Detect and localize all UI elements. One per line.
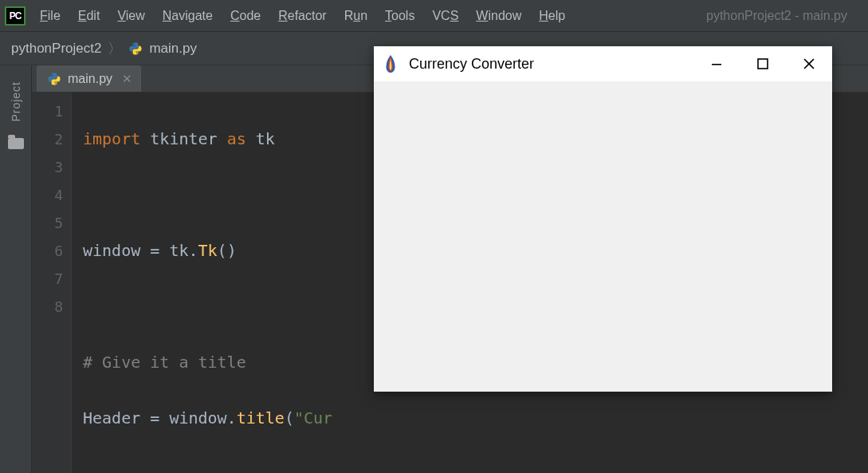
svg-rect-1 <box>758 59 768 69</box>
breadcrumb-project[interactable]: pythonProject2 <box>11 41 101 57</box>
folder-icon[interactable] <box>8 138 24 149</box>
code-line: Header = window.title("Cur <box>83 404 332 432</box>
code-line: window = tk.Tk() <box>83 237 332 265</box>
menu-tools[interactable]: Tools <box>385 9 414 23</box>
breadcrumb-project-label: pythonProject2 <box>11 41 101 57</box>
menu-vcs[interactable]: VCS <box>432 9 458 23</box>
minimize-button[interactable] <box>693 46 740 81</box>
project-tool-tab[interactable]: Project <box>10 81 22 122</box>
line-number: 5 <box>32 209 63 237</box>
menu-help[interactable]: Help <box>539 9 565 23</box>
tkinter-window[interactable]: Currency Converter <box>374 46 832 392</box>
code-line: # Give it a title <box>83 349 332 376</box>
editor-tab-main[interactable]: main.py ✕ <box>37 65 141 92</box>
left-tool-strip: Project <box>0 65 32 473</box>
menu-run[interactable]: Run <box>344 9 367 23</box>
python-file-icon <box>128 41 143 56</box>
tk-feather-icon <box>383 55 398 73</box>
app-logo: PC <box>5 6 26 26</box>
line-number: 7 <box>32 265 63 293</box>
tkinter-window-controls <box>693 46 832 81</box>
menu-window[interactable]: Window <box>476 9 521 23</box>
breadcrumb-separator: 〉 <box>108 39 122 58</box>
close-button[interactable] <box>786 46 832 81</box>
code-line <box>83 293 332 321</box>
menu-file[interactable]: File <box>40 9 61 23</box>
code-line <box>83 460 332 473</box>
code-line: import tkinter as tk <box>83 125 332 153</box>
line-number: 3 <box>32 153 63 181</box>
line-number: 2 <box>32 125 63 153</box>
line-number: 8 <box>32 293 63 321</box>
menu-edit[interactable]: Edit <box>78 9 100 23</box>
svg-rect-0 <box>712 64 721 65</box>
line-number: 1 <box>32 97 63 125</box>
breadcrumb-file-label: main.py <box>149 41 197 57</box>
tab-close-icon[interactable]: ✕ <box>122 72 132 86</box>
tkinter-window-title: Currency Converter <box>409 56 534 73</box>
menu-view[interactable]: View <box>117 9 144 23</box>
maximize-button[interactable] <box>740 46 786 81</box>
menu-navigate[interactable]: Navigate <box>163 9 213 23</box>
editor-tab-label: main.py <box>68 72 112 86</box>
tkinter-titlebar[interactable]: Currency Converter <box>374 46 832 81</box>
menu-bar: PC File Edit View Navigate Code Refactor… <box>0 0 868 32</box>
python-file-icon <box>47 72 61 86</box>
code-area[interactable]: import tkinter as tk window = tk.Tk() # … <box>72 93 342 473</box>
code-line <box>83 181 332 209</box>
window-title: pythonProject2 - main.py <box>706 9 863 23</box>
line-number: 4 <box>32 181 63 209</box>
breadcrumb-file[interactable]: main.py <box>128 41 197 57</box>
menu-refactor[interactable]: Refactor <box>278 9 326 23</box>
line-number: 6 <box>32 237 63 265</box>
menu-code[interactable]: Code <box>230 9 261 23</box>
line-number-gutter: 1 2 3 4 5 6 7 8 <box>32 93 72 473</box>
